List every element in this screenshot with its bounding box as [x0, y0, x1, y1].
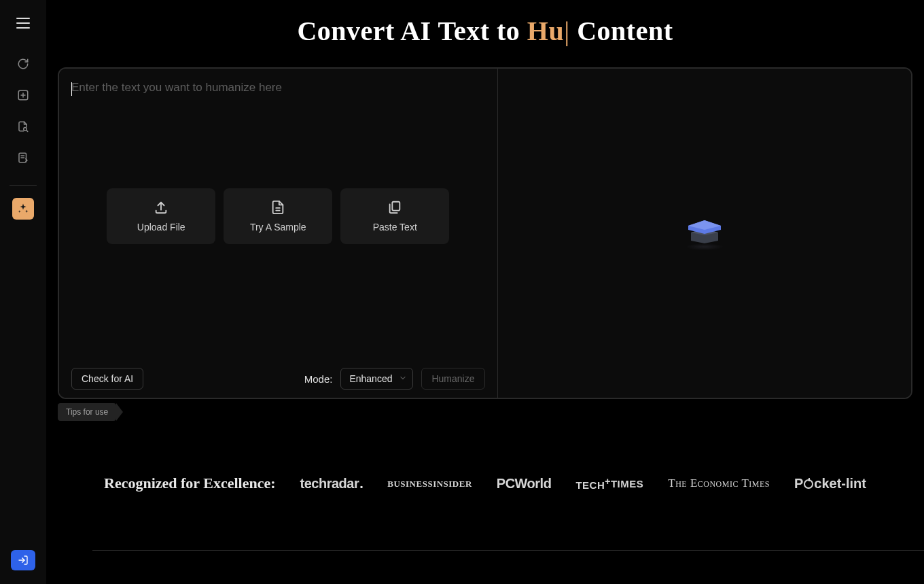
- mode-value: Enhanced: [349, 373, 392, 384]
- login-icon: [18, 555, 29, 566]
- footer-divider: [92, 550, 924, 551]
- edit-doc-icon: [17, 152, 29, 164]
- paste-text-button[interactable]: Paste Text: [340, 188, 449, 244]
- input-pane: Enter the text you want to humanize here…: [59, 69, 498, 398]
- recognized-row: Recognized for Excellence: techradar BUS…: [104, 470, 866, 497]
- pl-suffix: cket-lint: [814, 476, 866, 492]
- tt-line2: TIMES: [611, 479, 643, 489]
- humanize-button[interactable]: Humanize: [421, 368, 484, 390]
- power-icon: [804, 479, 813, 489]
- paste-icon: [387, 200, 402, 215]
- brand-techtimes: TECH+ TIMES: [575, 470, 643, 497]
- main-content: Convert AI Text to Hu| Content Enter the…: [46, 0, 924, 584]
- output-pane: [498, 69, 912, 398]
- input-action-cards: Upload File Try A Sample Paste Text: [107, 188, 449, 244]
- check-ai-button[interactable]: Check for AI: [71, 368, 143, 390]
- title-suffix: Content: [570, 16, 673, 46]
- plus-square-icon: [17, 89, 29, 101]
- sidebar-item-edit-doc[interactable]: [12, 147, 34, 169]
- bi-line1: BUSINESS: [387, 479, 433, 488]
- page-title: Convert AI Text to Hu| Content: [297, 15, 673, 47]
- tips-tag[interactable]: Tips for use: [58, 403, 116, 421]
- login-button[interactable]: [11, 550, 35, 570]
- try-sample-button[interactable]: Try A Sample: [224, 188, 332, 244]
- svg-rect-12: [393, 202, 400, 211]
- sidebar-item-search-doc[interactable]: [12, 116, 34, 137]
- try-sample-label: Try A Sample: [250, 222, 306, 233]
- svg-line-4: [26, 131, 28, 132]
- input-placeholder: Enter the text you want to humanize here: [71, 81, 282, 95]
- brand-pocket-lint: Pcket-lint: [794, 470, 866, 497]
- editor-controls: Check for AI Mode: Enhanced Humanize: [71, 368, 485, 390]
- mode-select[interactable]: Enhanced: [340, 368, 413, 390]
- tt-line1: TECH: [575, 479, 605, 491]
- title-prefix: Convert AI Text to: [297, 16, 527, 46]
- sidebar-item-new[interactable]: [12, 84, 34, 106]
- brand-economic-times: The Economic Times: [668, 470, 770, 497]
- upload-icon: [154, 200, 168, 215]
- editor-panel: Enter the text you want to humanize here…: [58, 67, 912, 399]
- tips-container: Tips for use: [58, 403, 116, 421]
- chevron-down-icon: [399, 373, 407, 384]
- sidebar-bottom: [11, 550, 35, 570]
- sidebar-item-sync[interactable]: [12, 53, 34, 75]
- pl-prefix: P: [794, 476, 803, 492]
- upload-file-label: Upload File: [137, 222, 185, 233]
- bi-line2: INSIDER: [433, 479, 472, 488]
- empty-state-icon: [677, 216, 732, 250]
- sync-icon: [17, 58, 29, 70]
- paste-text-label: Paste Text: [373, 222, 417, 233]
- title-cursor: |: [564, 16, 570, 46]
- sidebar: [0, 0, 46, 584]
- brand-pcworld: PCWorld: [497, 470, 552, 497]
- menu-toggle-button[interactable]: [12, 12, 34, 34]
- sidebar-divider: [10, 185, 37, 186]
- brand-business-insider: BUSINESS INSIDER: [387, 470, 472, 497]
- sidebar-item-humanize[interactable]: [12, 198, 34, 220]
- upload-file-button[interactable]: Upload File: [107, 188, 215, 244]
- sparkle-icon: [17, 203, 29, 215]
- document-icon: [270, 200, 285, 215]
- text-input[interactable]: Enter the text you want to humanize here…: [71, 81, 485, 368]
- mode-label: Mode:: [304, 373, 333, 385]
- title-highlight: Hu: [527, 16, 564, 46]
- recognized-label: Recognized for Excellence:: [104, 475, 276, 492]
- search-doc-icon: [17, 120, 29, 133]
- brand-techradar: techradar: [300, 470, 363, 497]
